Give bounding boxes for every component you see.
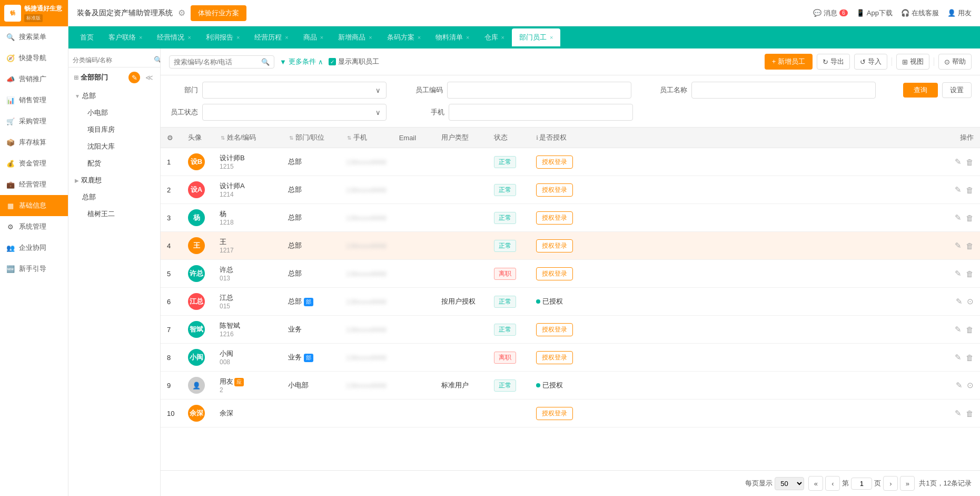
tab-journey[interactable]: 经营历程 × — [247, 28, 295, 46]
app-download-btn[interactable]: 📱 App下载 — [856, 8, 893, 18]
tab-warehouse[interactable]: 仓库 × — [477, 28, 512, 46]
sidebar-item-guide[interactable]: 🆕 新手引导 — [0, 258, 68, 279]
emp-name-input[interactable] — [691, 82, 876, 99]
delete-icon[interactable]: 🗑 — [966, 186, 974, 194]
sidebar-item-purchase[interactable]: 🛒 采购管理 — [0, 111, 68, 132]
tab-barcode[interactable]: 条码方案 × — [380, 28, 428, 46]
close-icon[interactable]: × — [501, 34, 504, 41]
close-icon[interactable]: × — [139, 34, 142, 41]
close-icon[interactable]: × — [236, 34, 240, 41]
auth-login-button[interactable]: 授权登录 — [536, 351, 573, 364]
page-number-input[interactable] — [851, 478, 872, 490]
tab-home[interactable]: 首页 — [73, 28, 101, 46]
edit-icon[interactable]: ✎ — [956, 381, 963, 390]
trial-button[interactable]: 体验行业方案 — [191, 5, 246, 21]
dept-tree-item-shenyang[interactable]: 沈阳大库 — [79, 138, 160, 155]
show-resigned-checkbox[interactable] — [329, 58, 336, 65]
auth-login-button[interactable]: 授权登录 — [536, 211, 573, 225]
edit-icon[interactable]: ✎ — [955, 241, 962, 250]
auth-login-button[interactable]: 授权登录 — [536, 323, 573, 336]
sort-icon[interactable]: ⇅ — [289, 135, 293, 141]
tab-goods[interactable]: 商品 × — [296, 28, 331, 46]
copy-icon[interactable]: ⊙ — [967, 381, 974, 390]
message-btn[interactable]: 💬 消息 6 — [813, 8, 848, 18]
delete-icon[interactable]: 🗑 — [966, 158, 974, 167]
sidebar-item-ops[interactable]: 💼 经营管理 — [0, 174, 68, 195]
add-employee-button[interactable]: + 新增员工 — [765, 54, 813, 70]
edit-icon[interactable]: ✎ — [955, 269, 962, 278]
tab-bom[interactable]: 物料清单 × — [428, 28, 477, 46]
page-size-select[interactable]: 50 100 — [775, 477, 804, 490]
delete-icon[interactable]: 🗑 — [966, 269, 974, 278]
close-icon[interactable]: × — [187, 34, 191, 41]
tab-customer[interactable]: 客户联络 × — [101, 28, 150, 46]
print-help-button[interactable]: ⊙ 帮助 — [938, 54, 972, 70]
show-resigned-toggle[interactable]: 显示离职员工 — [329, 57, 379, 66]
dept-tree-item-dispatch[interactable]: 配货 — [79, 155, 160, 172]
auth-login-button[interactable]: 授权登录 — [536, 407, 573, 420]
settings-icon[interactable]: ⚙ — [178, 8, 185, 18]
close-icon[interactable]: × — [550, 34, 553, 41]
tab-profit[interactable]: 利润报告 × — [199, 28, 247, 46]
edit-icon[interactable]: ✎ — [955, 157, 962, 167]
tab-business[interactable]: 经营情况 × — [150, 28, 198, 46]
edit-icon[interactable]: ✎ — [955, 409, 962, 418]
sort-icon[interactable]: ⇅ — [221, 135, 225, 141]
sidebar-item-base-info[interactable]: ▦ 基础信息 — [0, 195, 68, 216]
delete-icon[interactable]: 🗑 — [966, 213, 974, 222]
edit-icon[interactable]: ✎ — [956, 297, 963, 306]
sidebar-item-sales[interactable]: 📊 销售管理 — [0, 90, 68, 111]
delete-icon[interactable]: 🗑 — [966, 353, 974, 362]
auth-login-button[interactable]: 授权登录 — [536, 239, 573, 252]
emp-status-select[interactable]: ∨ — [202, 104, 387, 121]
emp-code-input[interactable] — [447, 82, 631, 99]
dept-select[interactable]: ∨ — [202, 82, 387, 99]
search-submit-icon[interactable]: 🔍 — [261, 58, 270, 66]
first-page-btn[interactable]: « — [808, 476, 823, 491]
dept-tree-item-small-elec[interactable]: 小电部 — [79, 104, 160, 121]
sidebar-item-system[interactable]: ⚙ 系统管理 — [0, 216, 68, 237]
delete-icon[interactable]: 🗑 — [966, 241, 974, 250]
edit-icon[interactable]: ✎ — [955, 213, 962, 222]
close-icon[interactable]: × — [369, 34, 372, 41]
dept-tree-item-project[interactable]: 项目库房 — [79, 121, 160, 138]
auth-login-button[interactable]: 授权登录 — [536, 155, 573, 169]
query-button[interactable]: 查询 — [903, 83, 938, 98]
dept-all-label[interactable]: ⊞ 全部部门 — [74, 73, 108, 82]
search-input[interactable] — [174, 58, 258, 66]
edit-icon[interactable]: ✎ — [955, 353, 962, 362]
dept-tree-item-plant[interactable]: 植树王二 — [79, 206, 160, 222]
close-icon[interactable]: × — [418, 34, 421, 41]
more-filter-btn[interactable]: ▼ 更多条件 ∧ — [280, 57, 323, 66]
sidebar-item-search[interactable]: 🔍 搜索菜单 — [0, 26, 68, 47]
online-service-btn[interactable]: 🎧 在线客服 — [901, 8, 939, 18]
dept-tree-item-hq[interactable]: 总部 — [68, 189, 160, 206]
sidebar-item-collab[interactable]: 👥 企业协同 — [0, 237, 68, 258]
sidebar-item-finance[interactable]: 💰 资金管理 — [0, 153, 68, 174]
auth-login-button[interactable]: 授权登录 — [536, 267, 573, 280]
next-page-btn[interactable]: › — [883, 476, 898, 491]
view-button[interactable]: ⊞ 视图 — [896, 54, 929, 70]
close-icon[interactable]: × — [320, 34, 323, 41]
dept-add-btn[interactable]: ✎ — [128, 72, 140, 83]
phone-input[interactable] — [449, 104, 633, 121]
import-button[interactable]: ↺ 导入 — [854, 54, 887, 70]
edit-icon[interactable]: ✎ — [955, 185, 962, 194]
delete-icon[interactable]: 🗑 — [966, 409, 974, 418]
prev-page-btn[interactable]: ‹ — [825, 476, 840, 491]
sidebar-item-inventory[interactable]: 📦 库存核算 — [0, 132, 68, 153]
sidebar-item-marketing[interactable]: 📣 营销推广 — [0, 69, 68, 90]
delete-icon[interactable]: 🗑 — [966, 325, 974, 334]
tab-employee[interactable]: 部门员工 × — [512, 28, 560, 46]
close-icon[interactable]: × — [285, 34, 288, 41]
user-avatar[interactable]: 👤 用友 — [947, 8, 972, 18]
sort-icon[interactable]: ⇅ — [347, 135, 351, 141]
settings-icon[interactable]: ⚙ — [167, 134, 173, 142]
set-button[interactable]: 设置 — [942, 82, 972, 98]
dept-collapse-btn[interactable]: ≪ — [143, 72, 155, 83]
sidebar-item-nav[interactable]: 🧭 快捷导航 — [0, 47, 68, 69]
edit-icon[interactable]: ✎ — [955, 325, 962, 334]
copy-icon[interactable]: ⊙ — [967, 297, 974, 306]
dept-tree-item-root[interactable]: ▼ 总部 — [68, 87, 160, 104]
dept-search-input[interactable] — [73, 56, 152, 64]
